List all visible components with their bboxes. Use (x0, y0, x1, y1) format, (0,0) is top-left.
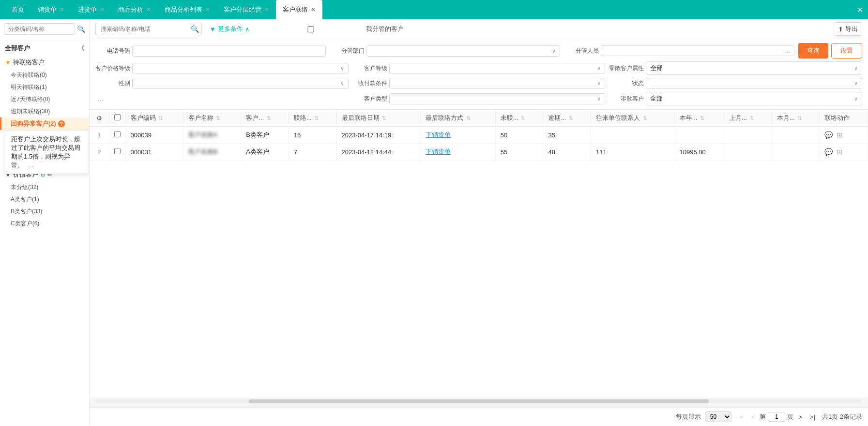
row2-no-contact: 55 (495, 144, 543, 161)
phone-field: 电话号码 (95, 45, 326, 57)
retail-attr-select[interactable]: 全部∨ (646, 61, 862, 75)
export-button[interactable]: ⬆ 导出 (834, 22, 862, 36)
col-name-label: 客户名称 (188, 114, 213, 121)
customer-price-field: 客户价格等级 ∨ (95, 63, 349, 74)
customer-price-label: 客户价格等级 (95, 64, 130, 73)
my-customer-checkbox[interactable] (258, 26, 364, 32)
nav-customer-contact[interactable]: 客户联络 ✕ (276, 0, 322, 19)
sidebar-item-repeat-buy[interactable]: 回购异常客户(2) ? (0, 118, 89, 130)
this-month-sort-icon[interactable]: ⇅ (797, 115, 802, 121)
dept-select[interactable]: ∨ (366, 45, 560, 57)
row1-last-method-link[interactable]: 下销货单 (426, 131, 451, 138)
nav-product-analysis-list[interactable]: 商品分析列表 ✕ (158, 0, 217, 19)
payment-label: 收付款条件 (352, 79, 387, 88)
close-product-list-icon[interactable]: ✕ (205, 6, 210, 13)
select-all-checkbox[interactable] (114, 114, 121, 120)
sidebar-collapse-icon[interactable]: 《 (78, 44, 84, 53)
customer-type-select[interactable]: ∨ (389, 93, 606, 104)
sidebar-item-ungrouped[interactable]: 未分组(32) (0, 181, 89, 193)
sidebar-item-c-class[interactable]: C类客户(6) (0, 218, 89, 230)
retail-select[interactable]: 全部∨ (646, 92, 862, 105)
nav-customer-tier[interactable]: 客户分层经营 ✕ (217, 0, 276, 19)
row1-more-icon[interactable]: ⊞ (837, 131, 842, 139)
this-year-sort-icon[interactable]: ⇅ (700, 115, 704, 121)
tooltip-more-icon[interactable]: … (27, 161, 34, 169)
close-sales-order-icon[interactable]: ✕ (60, 6, 64, 13)
search-button-icon[interactable]: 🔍 (191, 25, 199, 33)
page-number-input[interactable] (768, 412, 785, 422)
nav-product-analysis[interactable]: 商品分析 ✕ (111, 0, 158, 19)
settings-icon[interactable]: ⚙ (96, 115, 102, 122)
content-area: 🔍 ▼ 更多条件 ∧ 我分管的客户 ⬆ 导出 电话号码 (90, 19, 868, 426)
advanced-filter-panel: 电话号码 分管部门 ∨ 分管人员 … 查询 设置 (90, 39, 868, 110)
per-page-select[interactable]: 50 100 200 (705, 411, 731, 422)
first-page-button[interactable]: |< (735, 412, 746, 422)
manager-select[interactable]: … (601, 45, 794, 56)
close-purchase-order-icon[interactable]: ✕ (100, 6, 105, 13)
payment-select[interactable]: ∨ (389, 78, 606, 89)
row1-checkbox[interactable] (114, 131, 121, 137)
next-page-button[interactable]: > (795, 412, 805, 422)
last-date-sort-icon[interactable]: ⇅ (382, 115, 386, 121)
contact-count-sort-icon[interactable]: ⇅ (314, 115, 319, 121)
sidebar-pending-section[interactable]: ▼ 待联络客户 (0, 56, 89, 69)
no-contact-sort-icon[interactable]: ⇅ (521, 115, 525, 121)
sidebar-item-tomorrow[interactable]: 明天待联络(1) (0, 81, 89, 93)
payment-chevron-icon: ∨ (597, 80, 601, 87)
tooltip-box: 距客户上次交易时长，超过了此客户的平均交易周期的1.5倍，则视为异常。 … (5, 131, 89, 174)
more-filter-field: … (95, 95, 349, 103)
row1-chat-icon[interactable]: 💬 (824, 131, 833, 139)
sidebar-item-b-class[interactable]: B类客户(33) (0, 206, 89, 218)
sidebar-item-overdue[interactable]: 逾期未联络(30) (0, 105, 89, 118)
repeat-buy-help-icon[interactable]: ? (58, 120, 65, 127)
close-customer-contact-icon[interactable]: ✕ (311, 6, 316, 13)
sidebar-item-today[interactable]: 今天待联络(0) (0, 69, 89, 81)
customer-price-select[interactable]: ∨ (132, 63, 349, 74)
sidebar-item-7days[interactable]: 近7天待联络(0) (0, 93, 89, 105)
nav-purchase-order[interactable]: 进货单 ✕ (71, 0, 111, 19)
col-contact-count-header: 联络... ⇅ (289, 110, 336, 127)
contact-person-sort-icon[interactable]: ⇅ (643, 115, 647, 121)
horizontal-scrollbar-thumb[interactable] (249, 399, 709, 403)
search-input[interactable] (95, 23, 202, 35)
overdue-sort-icon[interactable]: ⇅ (569, 115, 573, 121)
close-product-analysis-icon[interactable]: ✕ (146, 6, 151, 13)
sidebar-search-input[interactable] (4, 23, 75, 35)
row2-more-icon[interactable]: ⊞ (837, 148, 842, 156)
set-button[interactable]: 设置 (831, 43, 862, 59)
last-method-sort-icon[interactable]: ⇅ (466, 115, 471, 121)
status-select[interactable]: ∨ (646, 78, 862, 89)
close-customer-tier-icon[interactable]: ✕ (264, 6, 269, 13)
row2-checkbox[interactable] (114, 148, 121, 154)
row2-last-method-link[interactable]: 下销货单 (426, 148, 451, 155)
prev-page-button[interactable]: < (748, 412, 758, 422)
my-customer-checkbox-wrap[interactable]: 我分管的客户 (258, 25, 404, 33)
gender-select[interactable]: ∨ (132, 78, 349, 89)
row2-chat-icon[interactable]: 💬 (824, 148, 833, 156)
sidebar-item-a-class[interactable]: A类客户(1) (0, 193, 89, 206)
window-close-icon[interactable]: ✕ (857, 5, 863, 15)
last-month-sort-icon[interactable]: ⇅ (750, 115, 754, 121)
customer-type-label: 客户类型 (352, 95, 387, 103)
nav-sales-order[interactable]: 销货单 ✕ (31, 0, 71, 19)
level-sort-icon[interactable]: ⇅ (267, 115, 271, 121)
row2-contact-person: 111 (591, 144, 674, 161)
more-filter-icon[interactable]: … (95, 95, 106, 103)
phone-input[interactable] (132, 45, 326, 57)
col-level-header: 客户... ⇅ (241, 110, 289, 127)
customer-level-select[interactable]: ∨ (389, 63, 606, 74)
name-sort-icon[interactable]: ⇅ (216, 115, 220, 121)
payment-field: 收付款条件 ∨ (352, 78, 606, 89)
code-sort-icon[interactable]: ⇅ (158, 115, 163, 121)
horizontal-scrollbar-track[interactable] (95, 399, 862, 403)
last-page-button[interactable]: >| (807, 412, 818, 422)
col-no-contact-header: 未联... ⇅ (495, 110, 543, 127)
more-conditions-button[interactable]: ▼ 更多条件 ∧ (206, 23, 254, 35)
row2-action: 💬 ⊞ (820, 144, 868, 161)
query-button[interactable]: 查询 (798, 43, 828, 59)
row2-last-date: 2023-04-12 14:44: (336, 144, 420, 161)
sidebar-search-icon[interactable]: 🔍 (77, 25, 85, 33)
sidebar-all-customers-header[interactable]: 全部客户 《 (0, 41, 89, 56)
nav-home[interactable]: 首页 (5, 0, 31, 19)
row1-level: B类客户 (241, 127, 289, 144)
